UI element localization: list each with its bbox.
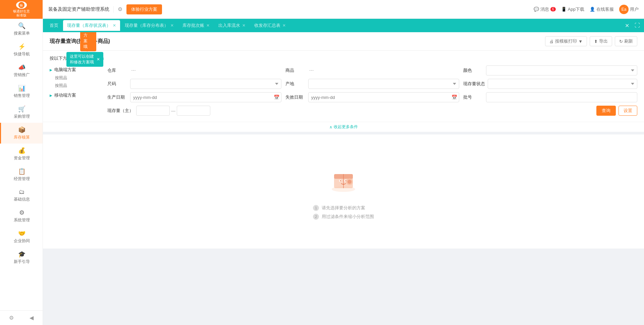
finance-icon: 💰 (18, 147, 25, 154)
tab-in-out-flow[interactable]: 出入库流水 ✕ (214, 20, 250, 31)
stock-main-field: 现存量（主） — (107, 106, 281, 116)
ops-icon: 📋 (18, 168, 25, 175)
message-icon: 💬 (534, 7, 539, 12)
stock-status-label: 现存量状态 (463, 81, 485, 87)
tab-recv-summary[interactable]: 收发存汇总表 ✕ (250, 20, 290, 31)
size-label: 尺码 (107, 81, 127, 87)
reset-button[interactable]: 设置 (619, 106, 637, 116)
tab-stock-status-close[interactable]: ✕ (113, 23, 116, 28)
sidebar-item-label: 基础信息 (14, 197, 30, 202)
sidebar-item-guide[interactable]: 🎓 新手引导 (0, 247, 43, 268)
collapse-bar[interactable]: ∧ 收起更多条件 (43, 122, 644, 132)
goods-label: 商品 (285, 67, 306, 73)
add-tooltip: 电脑方案可设为移动方案哦 ✕ (80, 32, 96, 51)
mobile-scheme-item[interactable]: ▶ 移动端方案 (50, 91, 103, 100)
prod-date-field: 生产日期 📅 (107, 92, 281, 102)
exp-date-input[interactable] (308, 92, 460, 102)
stock-status-select[interactable] (488, 79, 637, 89)
trial-button[interactable]: 体验行业方案 (126, 4, 162, 14)
tab-recv-summary-close[interactable]: ✕ (282, 23, 286, 28)
stock-main-label: 现存量（主） (107, 108, 133, 114)
tab-home[interactable]: 首页 (46, 20, 62, 31)
edit-tooltip-close-btn[interactable]: ✕ (97, 57, 100, 62)
app-download-btn[interactable]: 📱 App下载 (561, 6, 584, 12)
sidebar-item-quick-nav[interactable]: ⚡ 快捷导航 (0, 40, 43, 60)
logo-text: 畅通好生意 标准版 (13, 9, 30, 17)
tab-expand-btn[interactable]: ⛶ (633, 21, 641, 30)
sidebar-item-stock[interactable]: 📦 库存核算 (0, 123, 43, 144)
svg-point-11 (345, 180, 346, 181)
scheme-sub-item-1[interactable]: 按照品 (55, 82, 103, 90)
export-btn[interactable]: ⬆ 导出 (590, 36, 612, 46)
tab-batch-account-label: 库存批次账 (182, 22, 204, 29)
sidebar-item-label: 营销推广 (14, 72, 30, 78)
tip-num-1: 1 (313, 205, 319, 211)
message-label: 消息 (540, 6, 549, 12)
filter-row-3: 生产日期 📅 失效日期 📅 (107, 92, 637, 102)
online-service-btn[interactable]: 👤 在线客服 (590, 6, 614, 12)
goods-field: 商品 ··· (285, 65, 460, 75)
sys-icon: ⚙ (19, 209, 24, 216)
tab-close-all-btn[interactable]: ✕ (624, 21, 631, 30)
empty-state: 1 请先选择要分析的方案 2 用过滤条件来缩小分析范围 (43, 134, 644, 249)
sidebar-item-ops[interactable]: 📋 经营管理 (0, 164, 43, 185)
origin-select[interactable] (308, 79, 460, 89)
filter-row-4: 现存量（主） — 查询 设置 (107, 106, 637, 116)
scheme-panel: 这里可以创建和修改方案哦 ✕ ▶ 电脑端方案 按照品 按照品 (50, 65, 103, 119)
tab-stock-status[interactable]: 现存量（库存状况表） ✕ (63, 20, 120, 31)
sidebar-item-enterprise[interactable]: 🤝 企业协同 (0, 226, 43, 247)
origin-field: 产地 (285, 79, 460, 89)
tab-in-out-flow-label: 出入库流水 (218, 22, 240, 29)
stock-main-min-input[interactable] (136, 106, 170, 116)
sidebar-item-label: 企业协同 (14, 238, 30, 244)
empty-tip-1: 1 请先选择要分析的方案 (313, 204, 374, 212)
tab-stock-dist-close[interactable]: ✕ (170, 23, 174, 28)
tab-batch-account[interactable]: 库存批次账 ✕ (178, 20, 214, 31)
search-button[interactable]: 查询 (596, 106, 616, 116)
enterprise-icon: 🤝 (18, 230, 25, 237)
sidebar-item-sysm[interactable]: ⚙ 系统管理 (0, 206, 43, 226)
header-divider (113, 6, 114, 13)
stock-icon: 📦 (18, 126, 25, 133)
settings-icon[interactable]: ⚙ (118, 6, 122, 12)
service-icon: 👤 (590, 7, 595, 12)
sidebar-settings-btn[interactable]: ⚙ (8, 313, 15, 322)
prod-date-label: 生产日期 (107, 94, 127, 100)
search-menu-icon: 🔍 (18, 22, 25, 30)
sidebar-item-finance[interactable]: 💰 资金管理 (0, 144, 43, 164)
tab-stock-dist-label: 现存量（库存分布表） (125, 22, 168, 29)
warehouse-label: 仓库 (107, 67, 127, 73)
tab-batch-account-close[interactable]: ✕ (206, 23, 210, 28)
batch-field: 批号 (463, 92, 637, 102)
goods-dots[interactable]: ··· (308, 67, 315, 73)
sidebar-item-base[interactable]: 🗂 基础信息 (0, 185, 43, 206)
refresh-btn[interactable]: ↻ 刷新 (615, 36, 637, 46)
user-profile-btn[interactable]: Ea 用户 (619, 5, 639, 14)
scheme-sub-item-0[interactable]: 按照品 (55, 74, 103, 82)
tab-stock-dist[interactable]: 现存量（库存分布表） ✕ (121, 20, 178, 31)
mobile-scheme-arrow: ▶ (50, 94, 52, 97)
warehouse-dots[interactable]: ··· (130, 67, 137, 73)
size-select[interactable] (130, 79, 281, 89)
prod-date-input[interactable] (130, 92, 281, 102)
phone-icon: 📱 (561, 7, 567, 12)
sidebar-item-search-menu[interactable]: 🔍 搜索菜单 (0, 19, 43, 40)
scheme-sub-list: 按照品 按照品 (50, 74, 103, 90)
stock-main-max-input[interactable] (177, 106, 210, 116)
empty-icon (327, 162, 360, 197)
sidebar-item-sales[interactable]: 📊 销售管理 (0, 81, 43, 102)
sidebar-collapse-btn[interactable]: ◀ (28, 313, 35, 322)
scheme-section: 这里可以创建和修改方案哦 ✕ ▶ 电脑端方案 按照品 按照品 (50, 65, 637, 122)
sidebar-item-purchase[interactable]: 🛒 采购管理 (0, 102, 43, 123)
export-icon: ⬆ (594, 39, 598, 44)
print-btn[interactable]: 🖨 按模板打印 ▼ (545, 36, 587, 46)
color-field: 颜色 (463, 65, 637, 75)
page-actions: 🖨 按模板打印 ▼ ⬆ 导出 ↻ 刷新 (545, 36, 637, 46)
message-btn[interactable]: 💬 消息 6 (534, 6, 556, 12)
sidebar-item-marketing[interactable]: 📣 营销推广 (0, 60, 43, 81)
purchase-icon: 🛒 (18, 105, 25, 113)
color-select[interactable] (486, 65, 637, 75)
batch-input[interactable] (486, 92, 637, 102)
tab-in-out-flow-close[interactable]: ✕ (242, 23, 246, 28)
empty-tip-2: 2 用过滤条件来缩小分析范围 (313, 212, 374, 221)
